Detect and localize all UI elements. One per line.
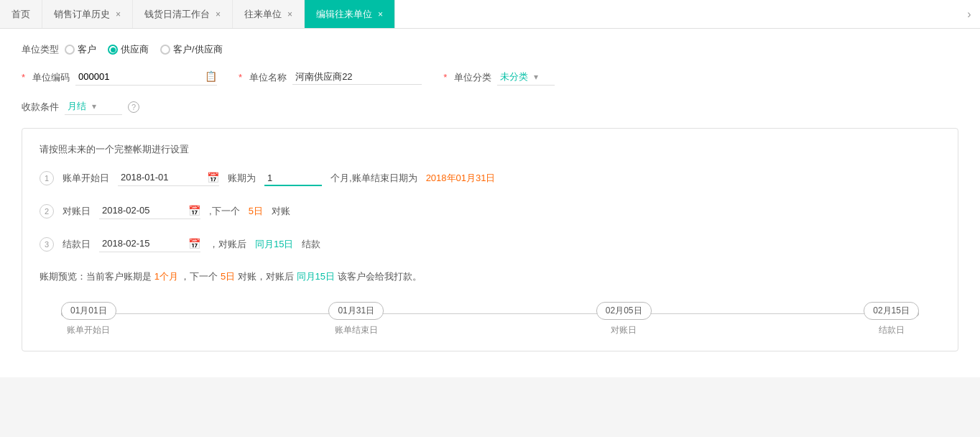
payment-condition-field: 收款条件 月结 ▾ ? <box>22 98 139 115</box>
preview-part3: 同月15日 <box>297 271 335 282</box>
unit-name-field: * 单位名称 <box>239 70 422 85</box>
preview-part1-suffix: ，下一个 <box>180 271 218 282</box>
unit-category-select[interactable]: 未分类 ▾ <box>497 69 555 86</box>
tl-badge-0: 01月01日 <box>61 302 116 320</box>
preview-label: 账期预览：当前客户账期是 <box>40 271 152 282</box>
unit-code-label: 单位编码 <box>32 71 70 84</box>
preview-part1: 1个月 <box>154 271 178 282</box>
preview-part2-suffix: 对账，对账后 <box>238 271 294 282</box>
step-1-label: 账单开始日 <box>63 172 109 185</box>
unit-type-radio-group: 客户 供应商 客户/供应商 <box>65 43 223 56</box>
step-2-desc-highlight: 5日 <box>249 205 263 218</box>
preview-part2: 5日 <box>221 271 235 282</box>
tl-point-0: 01月01日 账单开始日 <box>61 302 116 336</box>
radio-supplier-label: 供应商 <box>121 43 149 56</box>
unit-code-copy-icon[interactable]: 📋 <box>205 70 217 82</box>
unit-type-label: 单位类型 <box>22 43 59 56</box>
tl-label-0: 账单开始日 <box>67 324 110 336</box>
step-2-num: 2 <box>40 204 54 218</box>
radio-both[interactable]: 客户/供应商 <box>160 43 223 56</box>
unit-code-input[interactable] <box>75 70 202 83</box>
radio-supplier-circle <box>108 45 118 55</box>
tl-badge-2: 02月05日 <box>596 302 652 320</box>
step-2-desc-prefix: ,下一个 <box>209 205 240 218</box>
step-2-cal-icon[interactable]: 📅 <box>188 205 200 216</box>
unit-info-row: * 单位编码 📋 * 单位名称 * 单位分类 未分类 ▾ <box>22 69 958 86</box>
step-1-num: 1 <box>40 171 54 185</box>
timeline-points: 01月01日 账单开始日 01月31日 账单结束日 02月05日 对账日 02月… <box>61 302 919 336</box>
step-3-desc-highlight: 同月15日 <box>255 238 293 251</box>
tl-point-3: 02月15日 结款日 <box>864 302 919 336</box>
unit-type-field: 单位类型 客户 供应商 客户/供应商 <box>22 43 223 56</box>
radio-supplier[interactable]: 供应商 <box>108 43 149 56</box>
unit-category-chevron: ▾ <box>534 72 538 82</box>
step-2-date-wrapper: 📅 <box>99 203 200 219</box>
step-2-row: 2 对账日 📅 ,下一个 5日 对账 <box>40 203 940 219</box>
tl-label-3: 结款日 <box>879 324 905 336</box>
unit-name-label: 单位名称 <box>249 71 287 84</box>
tab-sales-history-close[interactable]: × <box>116 9 121 19</box>
payment-condition-chevron: ▾ <box>92 101 96 111</box>
tab-edit-counterpart[interactable]: 编辑往来单位 × <box>305 0 395 28</box>
tab-home[interactable]: 首页 <box>0 0 42 28</box>
step-2-desc-suffix: 对账 <box>272 205 290 218</box>
step-1-date-wrapper: 📅 <box>118 170 219 186</box>
tabs-bar: 首页 销售订单历史 × 钱货日清工作台 × 往来单位 × 编辑往来单位 × › <box>0 0 980 29</box>
preview-text: 账期预览：当前客户账期是 1个月 ，下一个 5日 对账，对账后 同月15日 该客… <box>40 270 940 285</box>
preview-part3-suffix: 该客户会给我打款。 <box>338 271 422 282</box>
unit-code-input-wrapper: 📋 <box>75 70 217 86</box>
tl-label-2: 对账日 <box>611 324 637 336</box>
tl-badge-1: 01月31日 <box>328 302 384 320</box>
radio-customer-circle <box>65 45 75 55</box>
unit-code-field: * 单位编码 📋 <box>22 70 217 86</box>
step-1-cal-icon[interactable]: 📅 <box>207 172 219 183</box>
radio-both-circle <box>160 45 170 55</box>
unit-type-row: 单位类型 客户 供应商 客户/供应商 <box>22 43 958 56</box>
tl-point-2: 02月05日 对账日 <box>596 302 652 336</box>
step-1-extra-label: 账期为 <box>228 172 256 185</box>
page-content: 单位类型 客户 供应商 客户/供应商 * 单位编码 <box>0 29 980 377</box>
tl-label-1: 账单结束日 <box>335 324 378 336</box>
tab-cash-desk-close[interactable]: × <box>216 9 221 19</box>
tab-counterparts-close[interactable]: × <box>287 9 292 19</box>
step-1-row: 1 账单开始日 📅 账期为 个月,账单结束日期为 2018年01月31日 <box>40 170 940 186</box>
step-2-date-input[interactable] <box>99 203 185 217</box>
payment-condition-select[interactable]: 月结 ▾ <box>65 98 122 115</box>
timeline-line <box>83 313 897 314</box>
radio-customer[interactable]: 客户 <box>65 43 96 56</box>
payment-condition-value: 月结 <box>68 100 86 113</box>
step-1-period-unit: 个月,账单结束日期为 <box>330 172 417 185</box>
step-1-period-input[interactable] <box>264 171 322 186</box>
step-3-cal-icon[interactable]: 📅 <box>188 238 200 249</box>
unit-category-field: * 单位分类 未分类 ▾ <box>443 69 555 86</box>
timeline: 01月01日 账单开始日 01月31日 账单结束日 02月05日 对账日 02月… <box>40 302 940 336</box>
step-3-label: 结款日 <box>63 238 91 251</box>
tab-sales-history[interactable]: 销售订单历史 × <box>42 0 133 28</box>
tab-counterparts[interactable]: 往来单位 × <box>233 0 305 28</box>
radio-customer-label: 客户 <box>78 43 96 56</box>
section-title: 请按照未来的一个完整帐期进行设置 <box>40 143 940 156</box>
tl-point-1: 01月31日 账单结束日 <box>328 302 384 336</box>
unit-category-value: 未分类 <box>500 70 528 83</box>
help-icon[interactable]: ? <box>128 101 139 113</box>
step-3-num: 3 <box>40 237 54 252</box>
tab-edit-counterpart-close[interactable]: × <box>378 9 383 19</box>
step-3-date-wrapper: 📅 <box>99 236 200 252</box>
radio-both-label: 客户/供应商 <box>173 43 223 56</box>
step-1-end-date: 2018年01月31日 <box>426 172 496 185</box>
step-3-desc-suffix: 结款 <box>302 238 320 251</box>
payment-condition-label: 收款条件 <box>22 101 59 114</box>
tab-scroll-arrow[interactable]: › <box>958 8 980 21</box>
tab-cash-desk[interactable]: 钱货日清工作台 × <box>133 0 233 28</box>
step-2-label: 对账日 <box>63 205 91 218</box>
step-3-desc-prefix: ，对账后 <box>209 238 246 251</box>
period-settings-section: 请按照未来的一个完整帐期进行设置 1 账单开始日 📅 账期为 个月,账单结束日期… <box>22 128 958 351</box>
step-1-date-input[interactable] <box>118 170 204 184</box>
tl-badge-3: 02月15日 <box>864 302 919 320</box>
payment-condition-row: 收款条件 月结 ▾ ? <box>22 98 958 115</box>
step-3-row: 3 结款日 📅 ，对账后 同月15日 结款 <box>40 236 940 252</box>
unit-category-label: 单位分类 <box>454 71 491 84</box>
step-3-date-input[interactable] <box>99 236 185 250</box>
unit-name-input[interactable] <box>292 70 422 85</box>
